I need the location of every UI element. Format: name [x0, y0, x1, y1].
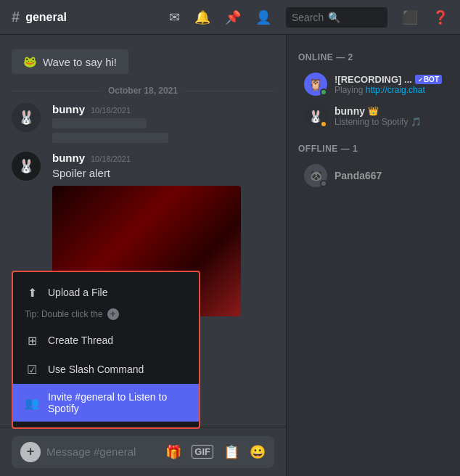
avatar-2: 🐰: [12, 152, 41, 181]
message-input-placeholder[interactable]: Message #general: [46, 446, 160, 458]
toolbar-icons: 🎁 GIF 📋 😀: [165, 444, 266, 460]
popup-create-thread[interactable]: ⊞ Create Thread: [13, 326, 199, 355]
message-input-wrapper[interactable]: + Message #general 🎁 GIF 📋 😀: [12, 436, 274, 468]
create-thread-label: Create Thread: [48, 335, 113, 346]
member-avatar-panda: 🐼: [304, 164, 327, 187]
spotify-icon: 👥: [25, 395, 39, 410]
header-icons: ✉ 🔔 📌 👤 Search 🔍 ⬛ ❓: [169, 7, 448, 28]
bunny-name-row: bunny 👑: [334, 105, 443, 117]
date-divider: October 18, 2021: [0, 80, 286, 102]
help-icon[interactable]: ❓: [432, 9, 448, 25]
gift-icon[interactable]: 🎁: [165, 444, 181, 460]
invite-label: Invite #general to Listen to Spotify: [48, 391, 187, 414]
channel-name: general: [25, 11, 67, 24]
wave-button[interactable]: 🐸 Wave to say hi!: [12, 49, 128, 74]
emoji-icon[interactable]: 😀: [250, 444, 266, 460]
app-header: # general ✉ 🔔 📌 👤 Search 🔍 ⬛ ❓: [0, 0, 460, 35]
pin-icon[interactable]: 📌: [225, 9, 241, 25]
spoiler-text: Spoiler alert: [52, 167, 110, 179]
bunny-name: bunny: [334, 105, 365, 117]
date-divider-text: October 18, 2021: [108, 86, 178, 96]
message-content: bunny 10/18/2021: [52, 103, 274, 143]
bunny-status: Listening to Spotify 🎵: [334, 117, 443, 127]
upload-icon: ⬆: [25, 285, 39, 300]
recording-link[interactable]: http://craig.chat: [366, 85, 425, 95]
crown-icon: 👑: [368, 106, 379, 116]
upload-label: Upload a File: [48, 287, 108, 298]
timestamp-2: 10/18/2021: [91, 155, 131, 163]
member-avatar-recording: 🦉: [304, 73, 327, 96]
status-dot-offline: [320, 180, 327, 187]
message-bar-1: [52, 118, 147, 128]
tip-plus-icon: +: [107, 308, 119, 320]
popup-menu: ⬆ Upload a File Tip: Double click the + …: [12, 271, 200, 429]
gif-button[interactable]: GIF: [192, 445, 213, 459]
search-icon: 🔍: [328, 12, 340, 23]
system-message: 🐸 Wave to say hi!: [0, 46, 286, 80]
search-placeholder: Search: [292, 12, 324, 23]
hash-icon: #: [12, 9, 20, 25]
bottom-bar: + Message #general 🎁 GIF 📋 😀: [0, 427, 286, 476]
wave-emoji: 🐸: [23, 55, 37, 68]
sticker-icon[interactable]: 📋: [223, 444, 239, 460]
sidebar-member-bunny[interactable]: 🐰 bunny 👑 Listening to Spotify 🎵: [292, 100, 454, 132]
slash-icon: ☑: [25, 362, 39, 377]
popup-upload[interactable]: ⬆ Upload a File: [13, 278, 199, 307]
search-bar[interactable]: Search 🔍: [286, 7, 387, 28]
popup-slash-command[interactable]: ☑ Use Slash Command: [13, 355, 199, 384]
tip-row: Tip: Double click the +: [13, 307, 199, 326]
message-header-2: bunny 10/18/2021: [52, 152, 274, 164]
offline-header: OFFLINE — 1: [287, 138, 460, 160]
bell-icon[interactable]: 🔔: [194, 9, 210, 25]
members-icon[interactable]: 👤: [255, 9, 271, 25]
main-content: 🐸 Wave to say hi! October 18, 2021 🐰 bun…: [0, 35, 460, 476]
sidebar-member-recording[interactable]: 🦉 ![RECORDING] ... ✓BOT Playing http://c…: [292, 68, 454, 100]
inbox-icon[interactable]: ⬛: [402, 9, 418, 25]
message-bar-2: [52, 133, 168, 143]
member-avatar-bunny: 🐰: [304, 104, 327, 128]
right-sidebar: ONLINE — 2 🦉 ![RECORDING] ... ✓BOT Playi…: [286, 35, 460, 476]
wave-button-label: Wave to say hi!: [43, 56, 117, 68]
online-header: ONLINE — 2: [287, 46, 460, 68]
username-2: bunny: [52, 152, 85, 164]
recording-status: Playing http://craig.chat: [334, 85, 443, 95]
tip-text: Tip: Double click the: [25, 309, 103, 319]
hashtag-icon[interactable]: ✉: [169, 9, 180, 25]
timestamp: 10/18/2021: [91, 106, 131, 115]
use-slash-label: Use Slash Command: [48, 364, 144, 375]
sidebar-member-panda[interactable]: 🐼 Panda667: [292, 160, 454, 192]
member-info-panda: Panda667: [334, 169, 443, 182]
message-row: 🐰 bunny 10/18/2021: [0, 102, 286, 144]
member-info-recording: ![RECORDING] ... ✓BOT Playing http://cra…: [334, 74, 443, 95]
message-header: bunny 10/18/2021: [52, 103, 274, 115]
popup-invite-spotify[interactable]: 👥 Invite #general to Listen to Spotify: [13, 384, 199, 422]
plus-button[interactable]: +: [20, 442, 41, 462]
chat-area: 🐸 Wave to say hi! October 18, 2021 🐰 bun…: [0, 35, 286, 476]
avatar: 🐰: [12, 103, 41, 132]
username: bunny: [52, 103, 85, 115]
recording-name: ![RECORDING] ...: [334, 74, 412, 85]
member-name-row: ![RECORDING] ... ✓BOT: [334, 74, 443, 85]
member-info-bunny: bunny 👑 Listening to Spotify 🎵: [334, 105, 443, 127]
status-dot-online: [320, 89, 327, 96]
status-dot-idle: [320, 120, 327, 128]
bot-badge: ✓BOT: [415, 75, 442, 84]
panda-name: Panda667: [334, 170, 382, 181]
thread-icon: ⊞: [25, 333, 39, 348]
